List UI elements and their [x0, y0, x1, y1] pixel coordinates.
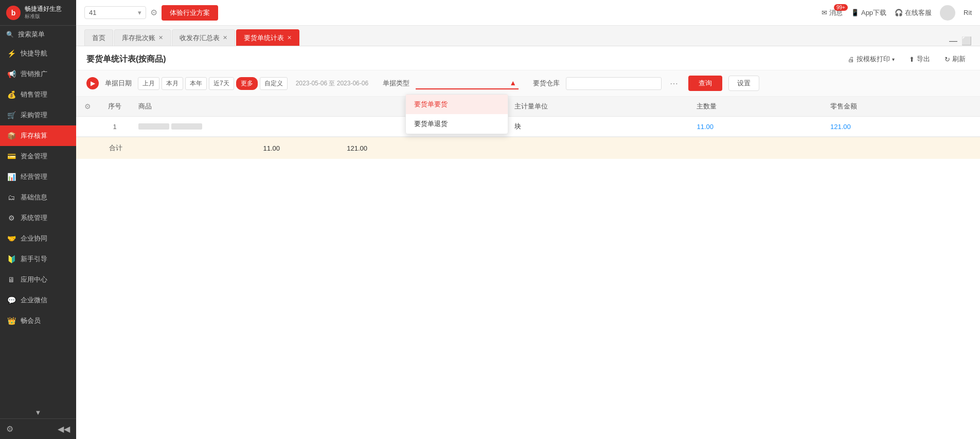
sidebar-settings-icon[interactable]: ⚙ — [6, 424, 13, 434]
app-download-btn[interactable]: 📱 App下载 — [851, 8, 886, 17]
table-footer: 合计 11.00 121.00 — [76, 137, 980, 159]
search-icon: 🔍 — [6, 31, 14, 38]
message-btn[interactable]: ✉ 消息 99+ — [822, 8, 843, 17]
sidebar-item-system[interactable]: ⚙ 系统管理 — [0, 208, 76, 228]
sidebar-logo: b 畅捷通好生意 标准版 — [0, 0, 76, 26]
cell-qty: 11.00 — [688, 117, 822, 137]
tab-close-inventory-batch[interactable]: ✕ — [158, 34, 163, 41]
topbar-gear-icon[interactable]: ⚙ — [150, 8, 157, 17]
app-center-icon: 🖥 — [6, 275, 16, 285]
table-container: ⚙ 序号 商品 主计量单位 主数量 零售金额 1 — [76, 97, 980, 137]
sidebar-item-quick-nav[interactable]: ⚡ 快捷导航 — [0, 43, 76, 64]
purchase-icon: 🛒 — [6, 110, 16, 120]
sidebar-collapse-icon[interactable]: ◀◀ — [58, 424, 70, 434]
sidebar-item-basic[interactable]: 🗂 基础信息 — [0, 187, 76, 208]
industry-btn[interactable]: 体验行业方案 — [162, 5, 218, 21]
sidebar-item-inventory[interactable]: 📦 库存核算 — [0, 125, 76, 146]
tab-maximize-icon[interactable]: ⬜ — [961, 36, 972, 46]
sidebar-item-purchase[interactable]: 🛒 采购管理 — [0, 105, 76, 125]
sidebar-scroll-down[interactable]: ▼ — [0, 407, 76, 418]
type-filter-select[interactable]: ▲ — [416, 77, 519, 89]
data-table: ⚙ 序号 商品 主计量单位 主数量 零售金额 1 — [76, 97, 980, 137]
cell-no: 1 — [99, 117, 130, 137]
page-header: 要货单统计表(按商品) 🖨 按模板打印 ▾ ⬆ 导出 ↻ 刷新 — [76, 46, 980, 70]
table-row: 1 块 11.00 121.00 — [76, 117, 980, 137]
sidebar-item-operation[interactable]: 📊 经营管理 — [0, 167, 76, 187]
date-this-year-btn[interactable]: 本年 — [185, 77, 207, 90]
type-filter-label: 单据类型 — [383, 79, 409, 88]
date-custom-btn[interactable]: 自定义 — [260, 77, 288, 90]
company-selector[interactable]: 41 ▾ — [84, 6, 146, 19]
tab-requisition-stat[interactable]: 要货单统计表 ✕ — [236, 29, 299, 46]
sidebar-search[interactable]: 🔍 搜索菜单 — [0, 26, 76, 43]
footer-label: 合计 — [84, 143, 198, 153]
tab-close-receive-summary[interactable]: ✕ — [223, 34, 227, 41]
table-settings-icon[interactable]: ⚙ — [84, 102, 91, 111]
print-dropdown-icon: ▾ — [892, 57, 895, 62]
dropdown-item-requisition-return[interactable]: 要货单退货 — [406, 114, 508, 134]
online-service-btn[interactable]: 🎧 在线客服 — [895, 8, 932, 17]
topbar-right: ✉ 消息 99+ 📱 App下载 🎧 在线客服 Rit — [822, 5, 972, 21]
topbar: 41 ▾ ⚙ 体验行业方案 ✉ 消息 99+ 📱 App下载 🎧 在线客服 Ri… — [76, 0, 980, 26]
dropdown-item-requisition-order[interactable]: 要货单要货 — [406, 95, 508, 114]
operation-icon: 📊 — [6, 172, 16, 182]
user-avatar[interactable] — [940, 5, 955, 21]
export-btn[interactable]: ⬆ 导出 — [905, 52, 934, 66]
selector-arrow-icon: ▾ — [138, 9, 141, 16]
sidebar-item-marketing[interactable]: 📢 营销推广 — [0, 64, 76, 84]
print-btn[interactable]: 🖨 按模板打印 ▾ — [844, 52, 899, 66]
sidebar-item-app-center[interactable]: 🖥 应用中心 — [0, 269, 76, 290]
table-header-row: ⚙ 序号 商品 主计量单位 主数量 零售金额 — [76, 97, 980, 117]
footer-amount: 121.00 — [316, 144, 367, 152]
page-actions: 🖨 按模板打印 ▾ ⬆ 导出 ↻ 刷新 — [844, 52, 970, 66]
col-qty: 主数量 — [688, 97, 822, 117]
date-this-month-btn[interactable]: 本月 — [162, 77, 183, 90]
phone-icon: 📱 — [851, 9, 859, 16]
cell-unit: 块 — [506, 117, 689, 137]
page-content: 要货单统计表(按商品) 🖨 按模板打印 ▾ ⬆ 导出 ↻ 刷新 ▶ — [76, 46, 980, 439]
tab-home[interactable]: 首页 — [84, 29, 113, 46]
refresh-btn[interactable]: ↻ 刷新 — [940, 52, 970, 66]
main-area: 41 ▾ ⚙ 体验行业方案 ✉ 消息 99+ 📱 App下载 🎧 在线客服 Ri… — [76, 0, 980, 439]
date-last-month-btn[interactable]: 上月 — [138, 77, 159, 90]
tab-receive-summary[interactable]: 收发存汇总表 ✕ — [172, 29, 235, 46]
guide-icon: 🔰 — [6, 254, 16, 264]
sidebar-item-finance[interactable]: 💳 资金管理 — [0, 146, 76, 167]
col-amount: 零售金额 — [822, 97, 980, 117]
sidebar-item-wechat[interactable]: 💬 企业微信 — [0, 290, 76, 310]
sidebar-item-enterprise[interactable]: 🤝 企业协同 — [0, 228, 76, 249]
user-name-text: Rit — [964, 9, 972, 16]
tab-close-requisition-stat[interactable]: ✕ — [287, 34, 292, 41]
sidebar: b 畅捷通好生意 标准版 🔍 搜索菜单 ⚡ 快捷导航 📢 营销推广 💰 销售管理… — [0, 0, 76, 439]
warehouse-filter-input[interactable] — [566, 77, 662, 90]
set-btn[interactable]: 设置 — [728, 76, 759, 91]
tabs-controls: — ⬜ — [949, 36, 972, 46]
basic-icon: 🗂 — [6, 192, 16, 203]
sidebar-bottom: ⚙ ◀◀ — [0, 418, 76, 439]
date-more-btn[interactable]: 更多 — [236, 77, 258, 90]
sidebar-item-guide[interactable]: 🔰 新手引导 — [0, 249, 76, 269]
sales-icon: 💰 — [6, 89, 16, 100]
date-7days-btn[interactable]: 近7天 — [209, 77, 234, 90]
sidebar-item-member[interactable]: 👑 畅会员 — [0, 310, 76, 331]
wechat-icon: 💬 — [6, 295, 16, 305]
member-icon: 👑 — [6, 316, 16, 326]
headset-icon: 🎧 — [895, 9, 903, 16]
sidebar-item-sales[interactable]: 💰 销售管理 — [0, 84, 76, 105]
system-icon: ⚙ — [6, 213, 16, 223]
sidebar-nav: ⚡ 快捷导航 📢 营销推广 💰 销售管理 🛒 采购管理 📦 库存核算 💳 资金管… — [0, 43, 76, 407]
filter-more-icon[interactable]: ⋯ — [670, 79, 678, 88]
filter-expand-btn[interactable]: ▶ — [86, 77, 99, 89]
col-settings[interactable]: ⚙ — [76, 97, 99, 117]
type-filter-input[interactable] — [418, 79, 509, 87]
tab-minimize-icon[interactable]: — — [949, 36, 957, 46]
message-icon: ✉ — [822, 9, 827, 16]
cell-settings — [76, 117, 99, 137]
query-btn[interactable]: 查询 — [688, 76, 722, 91]
tab-inventory-batch[interactable]: 库存批次账 ✕ — [114, 29, 171, 46]
topbar-left: 41 ▾ ⚙ 体验行业方案 — [84, 5, 218, 21]
type-dropdown: 要货单要货 要货单退货 — [405, 94, 508, 134]
date-buttons: 上月 本月 本年 近7天 更多 自定义 — [138, 77, 288, 90]
finance-icon: 💳 — [6, 151, 16, 161]
col-no: 序号 — [99, 97, 130, 117]
